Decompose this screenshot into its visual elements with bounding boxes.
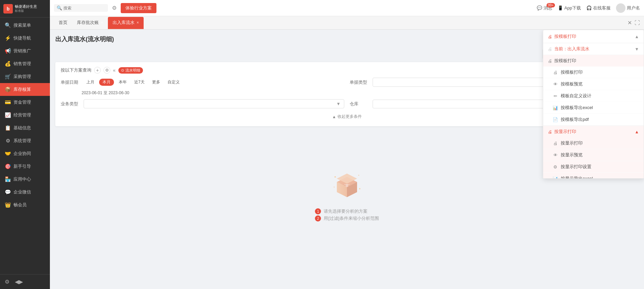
dropdown-item-template-print[interactable]: 🖨 按模板打印 — [543, 67, 644, 78]
sidebar-item-operations[interactable]: 📈 经营管理 — [0, 109, 50, 122]
content-area: 出入库流水(流水明细) 🖨 按模板打印 ▲ 📤 导出 🔄 刷新 按以下方案查询 … — [50, 30, 644, 289]
dropdown-item-template-preview[interactable]: 👁 按模板预览 — [543, 78, 644, 90]
search-icon: 🔍 — [57, 5, 62, 10]
dropdown-item-display-preview[interactable]: 👁 按显示预览 — [543, 149, 644, 161]
item-display-print-icon: 🖨 — [553, 141, 558, 146]
sidebar-item-system[interactable]: ⚙ 系统管理 — [0, 134, 50, 147]
tab-stock-flow-close-icon[interactable]: × — [137, 20, 139, 25]
dropdown-item-template-export-pdf[interactable]: 📄 按模板导出pdf — [543, 114, 644, 126]
sidebar-item-marketing[interactable]: 📢 营销推广 — [0, 45, 50, 57]
user-profile[interactable]: 用户名 — [616, 3, 640, 13]
window-expand-icon[interactable]: ⛶ — [635, 20, 640, 26]
dropdown-header: 🖨 按模板打印 ▲ — [543, 30, 644, 43]
sidebar-item-app-center[interactable]: 🏪 应用中心 — [0, 173, 50, 186]
filter-tag[interactable]: ⊙ 流水明细 — [118, 67, 143, 74]
collapse-sidebar-icon[interactable]: ◀▶ — [15, 279, 23, 285]
sidebar-item-finance[interactable]: 💳 资金管理 — [0, 96, 50, 109]
template-section-text: 按模板打印 — [554, 58, 576, 64]
date-field-label: 单据日期 — [61, 79, 81, 85]
sidebar-item-guide[interactable]: 🎯 新手引导 — [0, 160, 50, 173]
date-opt-more[interactable]: 更多 — [149, 79, 163, 86]
empty-illustration — [330, 167, 364, 201]
dropdown-collapse-icon[interactable]: ▲ — [635, 34, 639, 39]
dropdown-item-label: 按显示预览 — [561, 152, 583, 158]
sidebar-nav: 🔍 搜索菜单 ⚡ 快捷导航 📢 营销推广 💰 销售管理 🛒 采购管理 📦 库存核… — [0, 18, 50, 274]
sidebar-item-quick-nav[interactable]: ⚡ 快捷导航 — [0, 32, 50, 45]
sidebar-item-sales[interactable]: 💰 销售管理 — [0, 57, 50, 70]
app-version: 标准版 — [15, 9, 37, 13]
sidebar: b 畅捷通好生意 标准版 🔍 搜索菜单 ⚡ 快捷导航 📢 营销推广 💰 销售管理… — [0, 0, 50, 289]
sidebar-item-purchase[interactable]: 🛒 采购管理 — [0, 70, 50, 83]
warehouse-label: 仓库 — [350, 101, 370, 107]
dropdown-item-template-custom[interactable]: ✏ 模板自定义设计 — [543, 90, 644, 102]
collapse-up-icon: ▲ — [332, 114, 336, 119]
topbar-search-box[interactable]: 🔍 — [54, 4, 108, 12]
settings-icon[interactable]: ⚙ — [5, 279, 9, 285]
app-download-button[interactable]: 📱 App下载 — [558, 5, 581, 11]
sidebar-item-label: 销售管理 — [13, 61, 31, 67]
svg-point-6 — [334, 176, 336, 178]
window-close-icon[interactable]: ✕ — [627, 20, 632, 26]
dropdown-current-section: 🖨 当前：出入库流水 ▼ — [543, 43, 644, 55]
filter-add-button[interactable]: + — [94, 67, 101, 74]
template-section-icon: 🖨 — [548, 58, 552, 63]
window-controls: ✕ ⛶ — [627, 20, 640, 26]
tab-inventory-batch-close-icon[interactable]: × — [101, 20, 103, 25]
app-name: 畅捷通好生意 — [15, 4, 37, 9]
dropdown-current-header[interactable]: 🖨 当前：出入库流水 ▼ — [543, 43, 644, 55]
online-service-button[interactable]: 🎧 在线客服 — [586, 5, 611, 11]
inventory-icon: 📦 — [5, 86, 11, 93]
filter-collapse-icon[interactable]: « — [113, 68, 116, 73]
tab-home-label: 首页 — [59, 20, 67, 25]
date-opt-current-month[interactable]: 本月 — [99, 79, 114, 86]
system-icon: ⚙ — [5, 138, 11, 144]
dropdown-item-display-settings[interactable]: ⚙ 按显示打印设置 — [543, 161, 644, 173]
sidebar-item-label: 企业微信 — [13, 189, 31, 195]
sidebar-item-label: 库存核算 — [13, 86, 31, 93]
sidebar-item-search-menu[interactable]: 🔍 搜索菜单 — [0, 19, 50, 32]
tab-stock-flow[interactable]: 出入库流水 × — [108, 17, 144, 29]
dropdown-item-display-export-excel[interactable]: 📊 按显示导出excel — [543, 173, 644, 178]
current-section-text: 当前：出入库流水 — [554, 46, 589, 52]
tab-home[interactable]: 首页 — [54, 17, 72, 29]
step-1-text: 请先选择要分析的方案 — [324, 208, 368, 214]
date-opt-7days[interactable]: 近7天 — [131, 79, 147, 86]
svg-point-8 — [334, 187, 335, 188]
collapse-label: 收起更多条件 — [338, 114, 362, 120]
sidebar-item-inventory[interactable]: 📦 库存核算 — [0, 83, 50, 96]
quick-nav-icon: ⚡ — [5, 35, 11, 41]
filter-business-type-field: 业务类型 ▼ — [61, 99, 344, 108]
business-type-label: 业务类型 — [61, 101, 81, 107]
dropdown-current-label: 🖨 当前：出入库流水 — [548, 46, 589, 52]
industry-solution-button[interactable]: 体验行业方案 — [121, 3, 156, 13]
sidebar-item-membership[interactable]: 👑 畅会员 — [0, 199, 50, 211]
step-1-number: 1 — [315, 208, 321, 214]
topbar-gear-icon[interactable]: ⚙ — [112, 5, 117, 11]
date-options: 上月 本月 本年 近7天 更多 自定义 — [84, 79, 182, 86]
message-button[interactable]: 💬 消息 99+ — [537, 5, 552, 11]
sidebar-item-label: 快捷导航 — [13, 35, 31, 41]
dropdown-display-section-header[interactable]: 🖨 按显示打印 ▲ — [543, 126, 644, 137]
sidebar-item-label: 基础信息 — [13, 125, 31, 131]
sidebar-item-wechat[interactable]: 💬 企业微信 — [0, 186, 50, 199]
tab-inventory-batch[interactable]: 库存批次账 × — [72, 17, 108, 29]
search-menu-icon: 🔍 — [5, 22, 11, 28]
dropdown-item-label: 按模板打印 — [561, 69, 583, 75]
item-preview-icon: 👁 — [553, 82, 558, 87]
dropdown-template-section-header[interactable]: 🖨 按模板打印 — [543, 55, 644, 67]
sidebar-bottom: ⚙ ◀▶ — [0, 274, 50, 289]
business-type-select[interactable]: ▼ — [84, 99, 344, 108]
date-opt-last-month[interactable]: 上月 — [84, 79, 97, 86]
dropdown-item-template-export-excel[interactable]: 📊 按模板导出excel — [543, 102, 644, 114]
dropdown-item-display-print[interactable]: 🖨 按显示打印 — [543, 137, 644, 149]
item-pdf-icon: 📄 — [553, 117, 558, 122]
date-opt-current-year[interactable]: 本年 — [116, 79, 129, 86]
search-input[interactable] — [63, 6, 104, 10]
sidebar-item-basic[interactable]: 📋 基础信息 — [0, 122, 50, 134]
filter-setting-button[interactable]: ⚙ — [104, 67, 110, 74]
dropdown-header-text: 按模板打印 — [554, 33, 576, 40]
sidebar-logo: b 畅捷通好生意 标准版 — [0, 0, 50, 18]
sidebar-item-cooperation[interactable]: 🤝 企业协同 — [0, 147, 50, 160]
item-print-icon: 🖨 — [553, 70, 558, 75]
date-opt-custom[interactable]: 自定义 — [165, 79, 182, 86]
